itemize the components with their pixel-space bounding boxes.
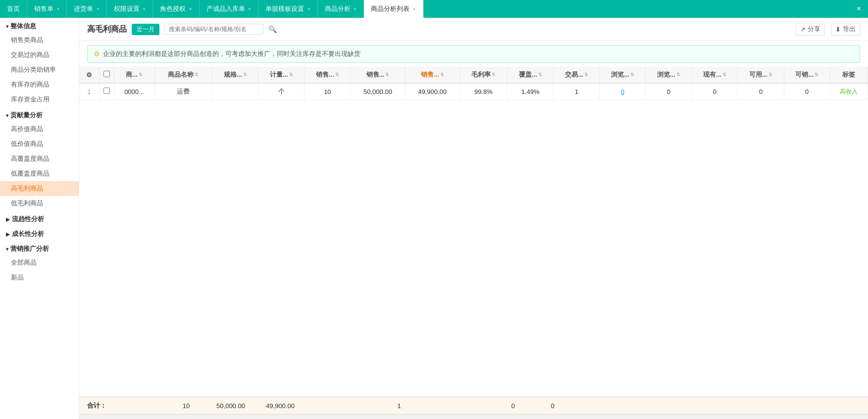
page-title: 高毛利商品 [87, 24, 127, 35]
col-sales-amount[interactable]: 销售... ⇅ [351, 67, 405, 83]
sort-icon: ⇅ [676, 72, 680, 77]
horizontal-scrollbar[interactable] [79, 414, 868, 419]
sort-icon: ⇅ [815, 72, 818, 77]
sort-icon: ⇅ [335, 72, 339, 77]
sort-icon: ⇅ [630, 72, 634, 77]
col-code[interactable]: 商... ⇅ [114, 67, 154, 83]
row-view1[interactable]: 0 [600, 83, 646, 100]
sidebar-item-traded-goods[interactable]: 交易过的商品 [0, 47, 79, 62]
tip-icon: ⚙ [94, 50, 100, 58]
footer-empty4 [454, 402, 493, 410]
sidebar-collapse-button[interactable]: « [79, 24, 79, 38]
row-available: 0 [738, 83, 784, 100]
col-coverage[interactable]: 覆盖... ⇅ [508, 67, 554, 83]
close-icon[interactable]: × [56, 6, 59, 12]
data-table: ⚙ 商... ⇅ 商品名称 [79, 67, 868, 100]
table-header-row: ⚙ 商... ⇅ 商品名称 [79, 67, 868, 83]
close-icon[interactable]: × [248, 6, 251, 12]
close-icon[interactable]: × [189, 6, 192, 12]
sidebar-group-flow[interactable]: ▶ 流趋性分析 [0, 211, 79, 226]
col-name[interactable]: 商品名称 ⇅ [154, 67, 212, 83]
sidebar-item-sales-goods[interactable]: 销售类商品 [0, 33, 79, 47]
tab-roles[interactable]: 角色授权 × [153, 0, 199, 18]
sidebar-item-high-coverage[interactable]: 高覆盖度商品 [0, 151, 79, 166]
sidebar-item-low-margin[interactable]: 低毛利商品 [0, 196, 79, 211]
row-code: 0000... [114, 83, 154, 100]
sidebar-item-high-value[interactable]: 高价值商品 [0, 122, 79, 137]
col-sales-cost[interactable]: 销售... ⇅ [405, 67, 460, 83]
footer-empty3 [414, 402, 454, 410]
row-unit: 个 [258, 83, 305, 100]
info-banner: ⚙ 企业的主要的利润都是这部分商品创造的，可考虑加大推广，同时关注库存是不要出现… [87, 45, 860, 63]
close-icon[interactable]: × [354, 6, 357, 12]
close-icon[interactable]: × [143, 6, 146, 12]
sidebar-item-new-goods[interactable]: 新品 [0, 270, 79, 285]
row-num: 1 [79, 83, 99, 100]
col-sellable[interactable]: 可销... ⇅ [784, 67, 830, 83]
chevron-down-icon: ▾ [6, 24, 8, 29]
sidebar-group-contribution[interactable]: ▾ 贡献量分析 [0, 107, 79, 122]
tab-sales[interactable]: 销售单 × [27, 0, 67, 18]
table-footer: 合计： 10 50,000.00 49,900.00 1 0 0 [79, 396, 868, 414]
close-icon[interactable]: × [307, 6, 310, 12]
row-current-stock: 0 [692, 83, 738, 100]
tab-inbound[interactable]: 产成品入库单 × [200, 0, 258, 18]
window-close-button[interactable]: × [850, 4, 868, 13]
col-view2[interactable]: 浏览... ⇅ [646, 67, 692, 83]
col-tag: 标签 [830, 67, 868, 83]
col-settings[interactable]: ⚙ [79, 67, 99, 83]
sidebar-item-high-margin[interactable]: 高毛利商品 [0, 181, 79, 196]
tab-home[interactable]: 首页 [0, 0, 27, 18]
tab-template[interactable]: 单据模板设置 × [258, 0, 317, 18]
chevron-right-icon: ▶ [6, 217, 10, 222]
sort-icon: ⇅ [768, 72, 772, 77]
sidebar-item-low-value[interactable]: 低价值商品 [0, 137, 79, 151]
share-button[interactable]: ↗ 分享 [796, 23, 825, 36]
col-gross-margin[interactable]: 毛利率 ⇅ [460, 67, 507, 83]
export-button[interactable]: ⬇ 导出 [831, 23, 860, 36]
row-view2: 0 [646, 83, 692, 100]
select-all-checkbox[interactable] [103, 71, 110, 77]
close-icon[interactable]: × [412, 6, 415, 12]
tab-purchase[interactable]: 进货单 × [67, 0, 106, 18]
col-spec[interactable]: 规格... ⇅ [212, 67, 258, 83]
main-layout: « ▾ 整体信息 销售类商品 交易过的商品 商品分类助销率 有库存的商品 库存资… [0, 18, 868, 419]
search-input[interactable] [164, 24, 263, 35]
sidebar-group-growth[interactable]: ▶ 成长性分析 [0, 226, 79, 240]
tab-analysis[interactable]: 商品分析 × [318, 0, 364, 18]
tab-permissions[interactable]: 权限设置 × [107, 0, 153, 18]
chevron-right-icon: ▶ [6, 232, 10, 237]
sidebar-item-stock-capital[interactable]: 库存资金占用 [0, 92, 79, 107]
footer-sales-cost: 49,900.00 [255, 402, 305, 410]
row-sellable: 0 [784, 83, 830, 100]
content-header: 高毛利商品 近一月 🔍 ↗ 分享 ⬇ 导出 [79, 18, 868, 41]
footer-empty2 [345, 402, 384, 410]
filter-month-button[interactable]: 近一月 [132, 24, 159, 35]
footer-current-stock: 0 [493, 402, 533, 410]
search-icon[interactable]: 🔍 [268, 25, 277, 33]
col-sales-qty[interactable]: 销售... ⇅ [305, 67, 351, 83]
col-available[interactable]: 可用... ⇅ [738, 67, 784, 83]
sidebar-item-low-coverage[interactable]: 低覆盖度商品 [0, 166, 79, 181]
sidebar-item-all-goods[interactable]: 全部商品 [0, 255, 79, 270]
close-icon[interactable]: × [96, 6, 99, 12]
tab-analysis-list[interactable]: 商品分析列表 × [364, 0, 423, 18]
content-area: 高毛利商品 近一月 🔍 ↗ 分享 ⬇ 导出 ⚙ 企业的主要的利润都是这部分商品创… [79, 18, 868, 419]
col-checkbox [99, 67, 114, 83]
sidebar-group-overall[interactable]: ▾ 整体信息 [0, 18, 79, 33]
sidebar-group-marketing[interactable]: ▾ 营销推广分析 [0, 240, 79, 255]
col-current-stock[interactable]: 现有... ⇅ [692, 67, 738, 83]
sidebar-item-stocked-goods[interactable]: 有库存的商品 [0, 77, 79, 92]
row-checkbox[interactable] [103, 88, 110, 94]
row-checkbox-cell[interactable] [99, 83, 114, 100]
col-transactions[interactable]: 交易... ⇅ [554, 67, 600, 83]
row-transactions: 1 [554, 83, 600, 100]
sort-icon: ⇅ [139, 72, 143, 77]
sort-icon: ⇅ [385, 72, 389, 77]
col-unit[interactable]: 计量... ⇅ [258, 67, 305, 83]
col-view1[interactable]: 浏览... ⇅ [600, 67, 646, 83]
sidebar-item-category-rate[interactable]: 商品分类助销率 [0, 62, 79, 77]
footer-transactions: 1 [384, 402, 414, 410]
sort-icon: ⇅ [440, 72, 444, 77]
row-tag: 高收入 [830, 83, 868, 100]
